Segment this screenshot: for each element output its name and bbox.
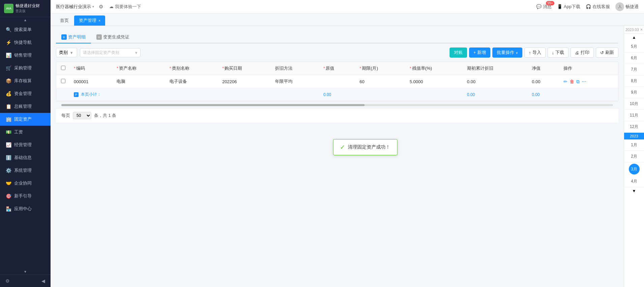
scrollbar-thumb[interactable] (61, 104, 365, 106)
more-icon[interactable]: ⋯ (582, 79, 586, 85)
pagination: 每页 50 100 200 条，共 1 条 (56, 108, 618, 123)
sub-tab-asset-detail[interactable]: ≡ 资产明细 (56, 31, 91, 43)
sidebar-item-finance[interactable]: 💰 资金管理 (0, 87, 51, 100)
sidebar-item-label: 库存核算 (14, 78, 32, 84)
tab-home[interactable]: 首页 (56, 15, 73, 26)
import-icon: ↑ (529, 50, 531, 55)
logo-sub: 普及版 (16, 9, 40, 13)
sidebar-item-quicknav[interactable]: ⚡ 快捷导航 (0, 36, 51, 49)
sidebar: AtA 畅捷通好业财 普及版 ▲ 🔍 搜索菜单 ⚡ 快捷导航 📊 销售管理 🛒 … (0, 0, 51, 287)
col-accumulated-depreciation: 期初累计折旧 (463, 62, 528, 75)
sidebar-item-label: 企业协同 (14, 180, 32, 186)
right-panel-scroll-down[interactable]: ▼ (631, 187, 638, 195)
notification-icon: 💬 (536, 4, 542, 9)
date-item-1[interactable]: 1月 (624, 139, 644, 151)
sidebar-item-system[interactable]: ⚙️ 系统管理 (0, 164, 51, 177)
print-button[interactable]: 🖨 打印 (571, 47, 594, 58)
operations-icon: 📈 (5, 142, 11, 148)
toast-message: 清理固定资产成功！ (348, 144, 390, 150)
tab-bar: 首页 资产管理 × (51, 13, 644, 26)
right-date-panel: 2023.03 × ▲ 5月 6月 7月 8月 9月 10月 11月 12月 2… (624, 26, 644, 287)
sidebar-item-fixed-assets[interactable]: 🏢 固定资产 (0, 113, 51, 126)
edit-icon[interactable]: ✏ (563, 79, 568, 85)
notifications-button[interactable]: 💬 消息 99+ (536, 4, 552, 10)
company-name: 医疗器械行业演示 (56, 4, 91, 10)
tab-close-icon[interactable]: × (98, 19, 100, 23)
import-button[interactable]: ↑ 导入 (524, 47, 546, 58)
sidebar-item-guide[interactable]: 🎯 新手引导 (0, 190, 51, 202)
sidebar-item-appstore[interactable]: 🏪 应用中心 (0, 202, 51, 215)
collaboration-icon: 🤝 (5, 180, 11, 186)
date-item-4[interactable]: 4月 (624, 176, 644, 187)
horizontal-scrollbar[interactable] (56, 101, 618, 108)
app-download-button[interactable]: 📱 App下载 (557, 4, 580, 10)
sidebar-item-payroll[interactable]: 💵 工资 (0, 126, 51, 138)
sidebar-item-label: 总账管理 (14, 103, 32, 109)
asset-detail-icon: ≡ (61, 34, 67, 40)
reconcile-button[interactable]: 对账 (450, 47, 467, 58)
date-item-2[interactable]: 2月 (624, 151, 644, 162)
refresh-button[interactable]: ↺ 刷新 (596, 47, 618, 58)
sidebar-scroll-down[interactable]: ▼ (0, 268, 51, 275)
user-label: 畅捷通 (625, 4, 639, 10)
date-item-7[interactable]: 7月 (624, 64, 644, 75)
subtotal-label: P 本页小计： (70, 88, 319, 101)
sidebar-item-inventory[interactable]: 📦 库存核算 (0, 74, 51, 87)
header-settings-icon[interactable]: ⚙ (99, 4, 103, 10)
date-item-6[interactable]: 6月 (624, 53, 644, 64)
sidebar-item-ledger[interactable]: 📋 总账管理 (0, 100, 51, 113)
company-selector[interactable]: 医疗器械行业演示 ▾ (56, 4, 94, 10)
delete-icon[interactable]: 🗑 (570, 79, 574, 85)
date-item-11[interactable]: 11月 (624, 110, 644, 121)
sidebar-item-operations[interactable]: 📈 经营管理 (0, 138, 51, 151)
sidebar-item-collaboration[interactable]: 🤝 企业协同 (0, 177, 51, 190)
user-menu[interactable]: 人 畅捷通 (615, 2, 639, 11)
sub-tab-change-voucher[interactable]: ≡ 变更生成凭证 (91, 31, 135, 43)
tab-asset-management[interactable]: 资产管理 × (74, 15, 105, 26)
copy-icon[interactable]: ⧉ (576, 79, 580, 85)
online-service-button[interactable]: 🎧 在线客服 (586, 4, 610, 10)
category-value-filter[interactable]: 请选择固定资产类别 ▾ (80, 48, 141, 57)
app-download-icon: 📱 (557, 4, 562, 9)
app-download-label: App下载 (564, 4, 580, 10)
cell-purchase-date: 202206 (218, 75, 271, 88)
date-item-12[interactable]: 12月 (624, 121, 644, 133)
close-panel-icon[interactable]: × (640, 27, 643, 32)
date-item-3-active[interactable]: 3月 (629, 164, 640, 174)
batch-operation-button[interactable]: 批量操作 ∨ (492, 47, 522, 58)
sidebar-item-purchase[interactable]: 🛒 采购管理 (0, 62, 51, 74)
online-service-label: 在线客服 (592, 4, 610, 10)
sidebar-scroll-up[interactable]: ▲ (0, 17, 51, 23)
col-net-value: 净值 (528, 62, 559, 75)
sidebar-item-search[interactable]: 🔍 搜索菜单 (0, 23, 51, 36)
collapse-icon[interactable]: ◀ (41, 278, 45, 284)
guide-icon: 🎯 (5, 193, 11, 199)
select-all-checkbox[interactable] (61, 66, 65, 70)
row-checkbox[interactable] (61, 79, 65, 83)
date-item-8[interactable]: 8月 (624, 75, 644, 87)
experience-label: 我要体验一下 (115, 4, 141, 10)
subtotal-row: P 本页小计： 0.00 0.00 0.00 (56, 88, 618, 101)
fixed-assets-icon: 🏢 (5, 116, 11, 122)
cell-period: 60 (356, 75, 405, 88)
sidebar-item-basic-info[interactable]: ℹ️ 基础信息 (0, 151, 51, 164)
success-toast: ✓ 清理固定资产成功！ (333, 139, 397, 155)
date-item-10[interactable]: 10月 (624, 98, 644, 110)
category-filter[interactable]: 类别 ▾ (56, 48, 77, 57)
right-panel-scroll-up[interactable]: ▲ (631, 34, 638, 41)
settings-footer-icon[interactable]: ⚙ (5, 278, 10, 284)
top-header: 医疗器械行业演示 ▾ ⚙ ☁ 我要体验一下 💬 消息 99+ 📱 App下载 🎧… (51, 0, 644, 13)
logo-icon: AtA (4, 4, 13, 13)
per-page-label: 每页 (61, 113, 70, 119)
date-item-9[interactable]: 9月 (624, 87, 644, 98)
new-button[interactable]: + 新增 (469, 47, 490, 58)
sidebar-item-label: 销售管理 (14, 52, 32, 58)
date-item-5[interactable]: 5月 (624, 41, 644, 53)
sidebar-item-label: 系统管理 (14, 167, 32, 173)
sidebar-item-sales[interactable]: 📊 销售管理 (0, 49, 51, 62)
download-button[interactable]: ↓ 下载 (548, 47, 569, 58)
experience-button[interactable]: ☁ 我要体验一下 (109, 4, 141, 10)
per-page-select[interactable]: 50 100 200 (73, 112, 91, 119)
ledger-icon: 📋 (5, 103, 11, 109)
header-right: 💬 消息 99+ 📱 App下载 🎧 在线客服 人 畅捷通 (536, 2, 639, 11)
